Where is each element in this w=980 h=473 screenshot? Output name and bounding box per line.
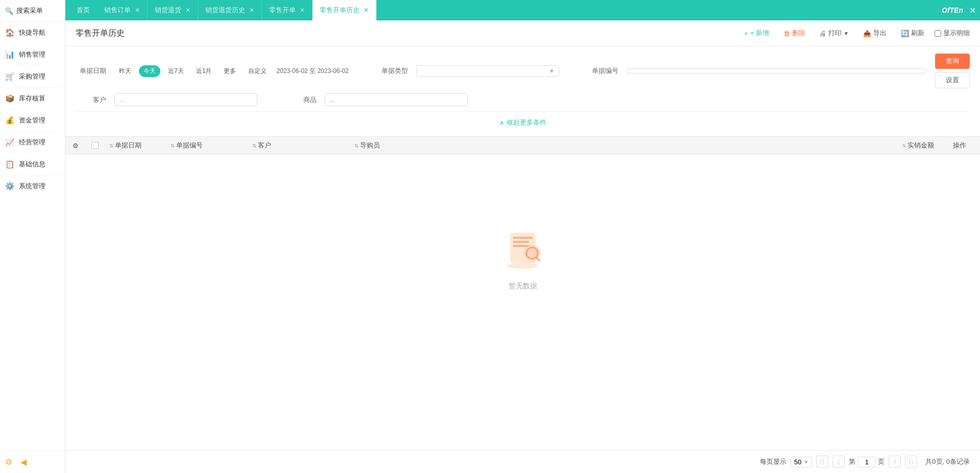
set-button[interactable]: 设置 — [935, 72, 970, 88]
page-indicator: 第 页 — [849, 457, 885, 467]
sidebar-item-label: 库存核算 — [19, 94, 45, 103]
nav-close-btn[interactable]: ✕ — [969, 6, 976, 15]
first-page-btn[interactable]: ⟨⟨ — [816, 456, 828, 468]
new-button[interactable]: + + 新增 — [740, 27, 773, 40]
page-label: 第 — [849, 457, 855, 466]
sidebar-item-finance[interactable]: 💰 资金管理 — [0, 110, 65, 132]
th-customer-label: 客户 — [258, 141, 271, 150]
export-button[interactable]: 📤 导出 — [859, 27, 891, 40]
query-button[interactable]: 查询 — [935, 54, 970, 69]
th-guide[interactable]: ⇅ 导购员 — [349, 141, 411, 150]
collapse-icon[interactable]: ◀ — [20, 457, 27, 467]
tab-sales-order-label: 销售订单 — [104, 6, 131, 15]
tab-sales-order[interactable]: 销售订单 ✕ — [97, 0, 148, 20]
th-amount[interactable]: ⇅ 实销金额 — [878, 141, 939, 150]
empty-icon — [497, 222, 548, 273]
close-icon[interactable]: ✕ — [300, 7, 305, 14]
th-settings[interactable]: ⚙ — [65, 142, 86, 150]
table-area: ⚙ ⇅ 单据日期 ⇅ 单据编号 ⇅ 客户 ⇅ 导购员 ⇅ — [65, 137, 980, 450]
tab-sales-return-history-label: 销货退货历史 — [205, 6, 245, 15]
sidebar-bottom: ⚙ ◀ — [0, 451, 65, 473]
date-label: 单据日期 — [76, 66, 106, 76]
customer-label: 客户 — [76, 95, 106, 105]
tab-sales-return-history[interactable]: 销货退货历史 ✕ — [198, 0, 262, 20]
list-icon: 📋 — [5, 160, 15, 169]
last-page-btn[interactable]: ⟩⟩ — [905, 456, 917, 468]
next-page-btn[interactable]: ⟩ — [889, 456, 901, 468]
more-btn[interactable]: 更多 — [219, 65, 241, 77]
cart-icon: 🛒 — [5, 72, 15, 81]
sidebar-item-inventory[interactable]: 📦 库存核算 — [0, 88, 65, 110]
collapse-arrow-icon: ∧ — [499, 119, 505, 127]
date-filter-btns: 昨天 今天 近7天 近1月 更多 自定义 2023-06-02 至 2023-0… — [114, 65, 349, 77]
sort-icon: ⇅ — [109, 143, 113, 148]
today-btn[interactable]: 今天 — [139, 65, 160, 77]
svg-rect-3 — [513, 241, 529, 243]
sidebar-item-base-info[interactable]: 📋 基础信息 — [0, 154, 65, 176]
sidebar-item-label: 基础信息 — [19, 160, 45, 169]
chevron-down-icon: ▼ — [549, 68, 555, 74]
pagination: 每页显示 50 ▼ ⟨⟨ ⟨ 第 页 ⟩ ⟩⟩ 共0页, 0条记录 — [65, 450, 980, 473]
close-icon[interactable]: ✕ — [364, 7, 369, 14]
select-all-checkbox[interactable] — [91, 142, 99, 149]
th-date-label: 单据日期 — [115, 141, 141, 150]
date-range: 2023-06-02 至 2023-06-02 — [276, 67, 348, 76]
collapse-button[interactable]: ∧ 收起更多条件 — [499, 116, 546, 129]
th-action: 操作 — [939, 141, 980, 150]
product-input[interactable]: ... — [325, 93, 468, 106]
close-icon[interactable]: ✕ — [135, 7, 140, 14]
yesterday-btn[interactable]: 昨天 — [114, 65, 136, 77]
th-date[interactable]: ⇅ 单据日期 — [104, 141, 165, 150]
display-checkbox[interactable] — [935, 30, 941, 37]
display-toggle[interactable]: 显示明细 — [935, 29, 970, 38]
custom-btn[interactable]: 自定义 — [244, 65, 271, 77]
chart-icon: 📊 — [5, 50, 15, 59]
main-area: 首页 销售订单 ✕ 销货退货 ✕ 销货退货历史 ✕ 零售开单 ✕ 零售开单历史 … — [65, 0, 980, 473]
dropdown-icon: ▼ — [844, 31, 849, 36]
display-label: 显示明细 — [943, 29, 970, 38]
tab-sales-return[interactable]: 销货退货 ✕ — [148, 0, 198, 20]
settings-icon: ⚙ — [73, 142, 79, 150]
filter-collapse-section: ∧ 收起更多条件 — [76, 111, 970, 129]
sidebar-item-purchase-mgmt[interactable]: 🛒 采购管理 — [0, 66, 65, 88]
th-checkbox[interactable] — [86, 142, 104, 149]
tab-retail-history[interactable]: 零售开单历史 ✕ — [313, 0, 376, 20]
sidebar-item-operations[interactable]: 📈 经营管理 — [0, 132, 65, 154]
last7-btn[interactable]: 近7天 — [163, 65, 188, 77]
svg-point-0 — [508, 263, 538, 269]
close-icon[interactable]: ✕ — [249, 7, 254, 14]
settings-icon[interactable]: ⚙ — [5, 457, 12, 467]
sidebar-item-sales-mgmt[interactable]: 📊 销售管理 — [0, 44, 65, 66]
th-action-label: 操作 — [953, 141, 966, 150]
sort-icon: ⇅ — [171, 143, 175, 148]
sidebar-item-label: 经营管理 — [19, 138, 45, 147]
sidebar-item-system[interactable]: ⚙️ 系统管理 — [0, 176, 65, 197]
sidebar-item-label: 系统管理 — [19, 182, 45, 191]
collapse-label: 收起更多条件 — [507, 118, 546, 127]
tab-retail-open[interactable]: 零售开单 ✕ — [262, 0, 313, 20]
per-page-value: 50 — [794, 458, 801, 466]
tab-home[interactable]: 首页 — [69, 0, 97, 20]
sort-icon: ⇅ — [354, 143, 358, 148]
sidebar: 🔍 搜索采单 🏠 快捷导航 📊 销售管理 🛒 采购管理 📦 库存核算 💰 资金管… — [0, 0, 65, 473]
sidebar-search[interactable]: 🔍 搜索采单 — [0, 0, 65, 22]
doc-num-input[interactable] — [627, 68, 927, 73]
sidebar-item-quick-nav[interactable]: 🏠 快捷导航 — [0, 22, 65, 44]
per-page-select[interactable]: 50 ▼ — [791, 457, 812, 467]
sidebar-item-label: 资金管理 — [19, 116, 45, 125]
page-input[interactable] — [857, 457, 876, 467]
refresh-button[interactable]: 🔄 刷新 — [897, 27, 928, 40]
th-num[interactable]: ⇅ 单据编号 — [165, 141, 247, 150]
print-button[interactable]: 🖨 打印 ▼ — [816, 27, 853, 40]
top-nav: 首页 销售订单 ✕ 销货退货 ✕ 销货退货历史 ✕ 零售开单 ✕ 零售开单历史 … — [65, 0, 980, 20]
tab-retail-open-label: 零售开单 — [269, 6, 296, 15]
doc-type-select[interactable]: ▼ — [416, 65, 559, 77]
delete-button[interactable]: 🗑 删除 — [779, 27, 809, 40]
th-customer[interactable]: ⇅ 客户 — [247, 141, 349, 150]
close-icon[interactable]: ✕ — [185, 7, 190, 14]
sidebar-item-label: 销售管理 — [19, 50, 45, 59]
action-buttons: 查询 设置 — [935, 54, 970, 88]
customer-input[interactable]: ... — [114, 93, 257, 106]
prev-page-btn[interactable]: ⟨ — [832, 456, 845, 468]
last-month-btn[interactable]: 近1月 — [192, 65, 217, 77]
